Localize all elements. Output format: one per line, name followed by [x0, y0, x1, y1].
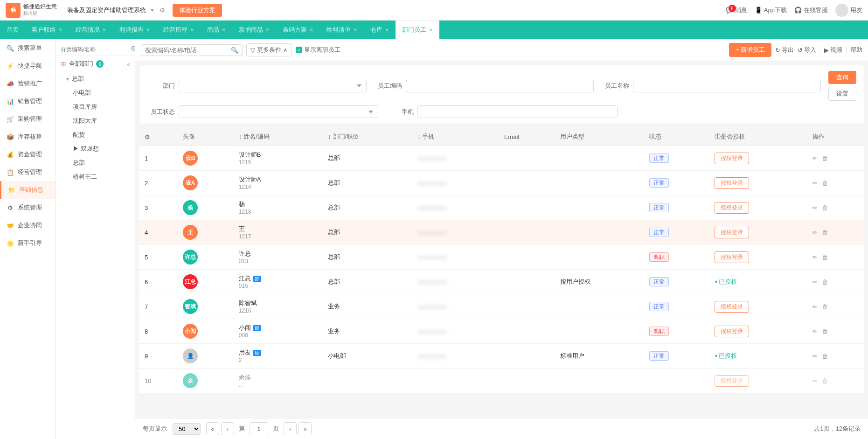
tree-node-小电部[interactable]: 小电部 [56, 86, 135, 100]
edit-icon[interactable]: ✏ [812, 303, 818, 310]
tree-node-▶ 双虚想[interactable]: ▶ 双虚想 [56, 142, 135, 156]
gear-icon[interactable]: ⚙ [160, 7, 165, 14]
app-download-btn[interactable]: 📱 App下载 [755, 6, 787, 14]
sidebar-item-采购管理[interactable]: 🛒采购管理 [0, 110, 56, 128]
auth-button[interactable]: 授权登录 [715, 251, 749, 263]
delete-icon[interactable]: 🗑 [822, 377, 828, 384]
delete-icon[interactable]: 🗑 [822, 155, 828, 162]
sidebar-item-系统管理[interactable]: ⚙系统管理 [0, 199, 56, 216]
nav-tab-物料清单[interactable]: 物料清单 ✕ [320, 21, 364, 39]
show-resigned-toggle[interactable]: ✓ 显示离职员工 [296, 46, 340, 54]
nav-tab-部门员工[interactable]: 部门员工 ✕ [396, 21, 439, 39]
emp-code-input[interactable] [406, 80, 594, 92]
page-number-input[interactable] [250, 422, 268, 435]
sidebar-item-销售管理[interactable]: 📊销售管理 [0, 92, 56, 110]
user-menu[interactable]: 用友 [835, 4, 862, 17]
emp-status-select[interactable] [179, 105, 378, 118]
nav-tab-仓库[interactable]: 仓库 ✕ [364, 21, 396, 39]
tree-collapse-icon[interactable]: « [127, 61, 130, 68]
search-input[interactable] [145, 47, 229, 54]
close-icon[interactable]: ✕ [353, 27, 357, 33]
edit-icon[interactable]: ✏ [812, 204, 818, 211]
filter-btn[interactable]: ▽ 更多条件 ∧ [246, 43, 292, 56]
edit-icon[interactable]: ✏ [812, 353, 818, 360]
close-icon[interactable]: ✕ [385, 27, 389, 33]
close-icon[interactable]: ✕ [102, 27, 106, 33]
nav-tab-客户联络[interactable]: 客户联络 ✕ [25, 21, 69, 39]
sidebar-item-经营管理[interactable]: 📋经营管理 [0, 163, 56, 181]
tree-node-配货[interactable]: 配货 [56, 128, 135, 142]
edit-icon[interactable]: ✏ [812, 155, 818, 162]
help-button[interactable]: 帮助 [850, 46, 862, 54]
close-icon[interactable]: ✕ [309, 27, 313, 33]
delete-icon[interactable]: 🗑 [822, 353, 828, 360]
close-icon[interactable]: ✕ [146, 27, 150, 33]
prev-page-btn[interactable]: ‹ [221, 422, 234, 435]
edit-icon[interactable]: ✏ [812, 279, 818, 286]
add-employee-button[interactable]: + 新增员工 [729, 43, 771, 57]
delete-icon[interactable]: 🗑 [822, 180, 828, 187]
first-page-btn[interactable]: « [206, 422, 219, 435]
next-page-btn[interactable]: › [284, 422, 297, 435]
dept-select[interactable] [179, 80, 367, 92]
delete-icon[interactable]: 🗑 [822, 229, 828, 236]
sidebar-item-搜索菜单[interactable]: 🔍搜索菜单 [0, 39, 56, 57]
nav-tab-首页[interactable]: 首页 [0, 21, 25, 39]
reset-button[interactable]: 设置 [828, 87, 856, 101]
nav-tab-新增商品[interactable]: 新增商品 ✕ [232, 21, 276, 39]
sidebar-item-库存核算[interactable]: 📦库存核算 [0, 128, 56, 146]
query-button[interactable]: 查询 [828, 71, 856, 84]
col-dept[interactable]: ↕ 部门/职位 [322, 128, 412, 146]
col-settings[interactable]: ⚙ [139, 128, 177, 146]
auth-button[interactable]: 授权登录 [715, 227, 749, 238]
nav-tab-经营历程[interactable]: 经营历程 ✕ [157, 21, 201, 39]
sidebar-item-快捷导航[interactable]: ⚡快捷导航 [0, 57, 56, 75]
delete-icon[interactable]: 🗑 [822, 328, 828, 335]
nav-tab-利润报告[interactable]: 利润报告 ✕ [113, 21, 157, 39]
close-icon[interactable]: ✕ [429, 27, 433, 33]
sidebar-item-企业协同[interactable]: 🤝企业协同 [0, 216, 56, 234]
auth-button[interactable]: 授权登录 [715, 153, 749, 164]
import-button[interactable]: ↺ 导入 [798, 46, 816, 54]
tree-node-项目库房[interactable]: 项目库房 [56, 100, 135, 114]
edit-icon[interactable]: ✏ [812, 254, 818, 261]
tree-node-沈阳大库[interactable]: 沈阳大库 [56, 114, 135, 128]
col-name[interactable]: ↕ 姓名/编码 [233, 128, 323, 146]
col-phone[interactable]: ↕ 手机 [412, 128, 498, 146]
edit-icon[interactable]: ✏ [812, 180, 818, 187]
page-size-select[interactable]: 50 20 100 [173, 423, 201, 435]
sidebar-item-营销推广[interactable]: 📣营销推广 [0, 75, 56, 92]
last-page-btn[interactable]: » [299, 422, 312, 435]
message-btn[interactable]: 💬 6 消息 [726, 6, 747, 14]
sidebar-item-新手引导[interactable]: 🌟新手引导 [0, 234, 56, 252]
close-icon[interactable]: ✕ [190, 27, 194, 33]
tree-node-植树王二[interactable]: 植树王二 [56, 170, 135, 184]
tree-node-总部[interactable]: 总部 [56, 156, 135, 170]
auth-button[interactable]: 授权登录 [715, 375, 749, 387]
delete-icon[interactable]: 🗑 [822, 204, 828, 211]
delete-icon[interactable]: 🗑 [822, 303, 828, 310]
tree-node-总部[interactable]: ▼ 总部 [56, 72, 135, 86]
auth-button[interactable]: 授权登录 [715, 301, 749, 313]
close-icon[interactable]: ✕ [265, 27, 270, 33]
emp-name-input[interactable] [633, 80, 821, 92]
nav-tab-经营情况[interactable]: 经营情况 ✕ [69, 21, 113, 39]
trial-button[interactable]: 体验行业方案 [173, 4, 222, 17]
auth-button[interactable]: 授权登录 [715, 177, 749, 189]
phone-input[interactable] [417, 105, 617, 118]
edit-icon[interactable]: ✏ [812, 229, 818, 236]
edit-icon[interactable]: ✏ [812, 377, 818, 384]
close-icon[interactable]: ✕ [222, 27, 226, 33]
auth-button[interactable]: 授权登录 [715, 326, 749, 337]
auth-button[interactable]: 授权登录 [715, 202, 749, 214]
system-dropdown-arrow[interactable]: ▾ [151, 7, 154, 14]
view-button[interactable]: ▶ 视频 [824, 46, 842, 54]
close-icon[interactable]: ✕ [58, 27, 62, 33]
sidebar-item-资金管理[interactable]: 💰资金管理 [0, 146, 56, 163]
export-button[interactable]: ↻ 导出 [775, 46, 794, 54]
service-btn[interactable]: 🎧 在线客服 [794, 6, 828, 14]
sidebar-item-基础信息[interactable]: 📁基础信息 [0, 181, 56, 199]
tree-search-input[interactable] [61, 46, 131, 53]
edit-icon[interactable]: ✏ [812, 328, 818, 335]
nav-tab-商品[interactable]: 商品 ✕ [201, 21, 232, 39]
